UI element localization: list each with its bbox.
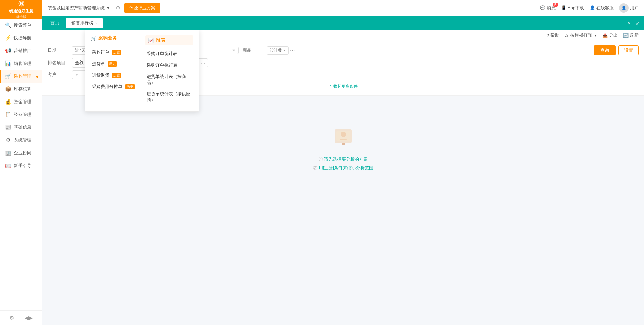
sidebar-item-label-guide: 新手引导 xyxy=(14,163,31,169)
export-label: 导出 xyxy=(609,32,618,38)
dropdown-item-report-0-label: 采购订单统计表 xyxy=(147,51,177,57)
help-icon: ? xyxy=(547,33,549,38)
query-btn[interactable]: 查询 xyxy=(594,45,616,55)
hist-badge-2: 历史 xyxy=(112,73,121,78)
sales-icon: 📊 xyxy=(5,60,11,67)
salesman-more[interactable]: ··· xyxy=(201,60,205,66)
operations-icon: 📋 xyxy=(5,112,11,118)
sidebar-collapse-btn[interactable]: ◀▶ xyxy=(25,315,33,321)
svg-rect-3 xyxy=(340,139,347,140)
sidebar-settings-btn[interactable]: ⚙ xyxy=(9,315,14,321)
toolbar-help[interactable]: ? 帮助 xyxy=(547,32,559,38)
empty-hint-2: ② 用[过滤]条件来缩小分析范围 xyxy=(313,165,373,171)
enterprise-icon: 🏢 xyxy=(5,150,11,156)
finance-icon: 💰 xyxy=(5,99,11,105)
dropdown-item-cost-label: 采购费用分摊单 xyxy=(92,84,122,90)
sidebar-item-basic-info[interactable]: 📰 基础信息 xyxy=(0,121,42,134)
sidebar-item-label-finance: 资金管理 xyxy=(14,99,31,105)
dropdown-item-report-3[interactable]: 进货单统计表（按供应商） xyxy=(145,88,193,106)
dropdown-item-return[interactable]: 进货退货 历史 xyxy=(91,70,139,81)
collapse-label: 收起更多条件 xyxy=(333,84,358,89)
dropdown-purchase-section: 🛒 采购业务 采购订单 历史 进货单 历史 进货退货 历史 xyxy=(91,35,139,106)
date-label: 日期 xyxy=(48,47,68,53)
tabbar: 首页 销售排行榜 × × ⤢ xyxy=(42,16,644,30)
collapse-icon: ⌃ xyxy=(329,84,332,89)
dropdown-item-report-0[interactable]: 采购订单统计表 xyxy=(145,48,193,59)
refresh-icon: 🔄 xyxy=(623,33,629,38)
toolbar-export[interactable]: 📤 导出 xyxy=(602,32,618,38)
tab-sales-rank-close[interactable]: × xyxy=(95,21,97,25)
customer-chevron: ▼ xyxy=(75,73,79,77)
purchase-section-icon: 🛒 xyxy=(91,36,96,41)
print-chevron[interactable]: ▼ xyxy=(594,34,597,37)
topbar-settings-icon[interactable]: ⚙ xyxy=(116,5,120,11)
active-indicator: ◀ xyxy=(35,75,38,78)
tab-sales-rank-label: 销售排行榜 xyxy=(71,20,93,26)
service-icon: 👤 xyxy=(589,5,595,10)
online-service-btn[interactable]: 👤 在线客服 xyxy=(589,5,614,11)
dropdown-item-report-2[interactable]: 进货单统计表（按商品） xyxy=(145,71,193,88)
logo-title: 畅通道好生意 xyxy=(9,8,33,14)
message-badge: 5 xyxy=(553,3,558,7)
tab-home-label: 首页 xyxy=(50,20,59,26)
goods-area: 设计费 × ··· xyxy=(267,46,295,55)
tab-close-all-icon[interactable]: × xyxy=(626,18,632,28)
dropdown-item-report-1[interactable]: 采购订单执行表 xyxy=(145,59,193,71)
tab-home[interactable]: 首页 xyxy=(45,18,65,28)
sidebar-item-sales[interactable]: 📊 销售管理 xyxy=(0,57,42,70)
industry-btn[interactable]: 体验行业方案 xyxy=(124,3,160,13)
tab-expand-icon[interactable]: ⤢ xyxy=(634,18,641,28)
empty-hint-1: ① 请先选择要分析的方案 xyxy=(319,156,368,162)
sidebar-item-label-search: 搜索菜单 xyxy=(14,22,31,28)
rank-label: 排名项目 xyxy=(48,60,68,66)
sidebar-item-enterprise[interactable]: 🏢 企业协同 xyxy=(0,147,42,159)
system-title-area: 装备及固定资产辅助管理系统 ▼ xyxy=(48,5,110,11)
goods-tag: 设计费 × xyxy=(267,46,288,55)
hist-badge-1: 历史 xyxy=(108,61,117,67)
message-btn[interactable]: 💬 消息 5 xyxy=(540,5,556,11)
settings-btn[interactable]: 设置 xyxy=(618,45,639,55)
svg-point-2 xyxy=(341,132,346,137)
sidebar-item-label-marketing: 营销推广 xyxy=(14,48,31,54)
topbar-actions: 💬 消息 5 📱 App下载 👤 在线客服 👤 用户 xyxy=(540,3,639,13)
sidebar-item-operations[interactable]: 📋 经营管理 xyxy=(0,108,42,121)
sidebar-item-quick-nav[interactable]: ⚡ 快捷导航 xyxy=(0,32,42,44)
app-download-btn[interactable]: 📱 App下载 xyxy=(561,5,584,11)
toolbar-print[interactable]: 🖨 按模板打印 ▼ xyxy=(565,32,597,38)
sidebar-item-system[interactable]: ⚙ 系统管理 xyxy=(0,134,42,147)
sidebar-item-marketing[interactable]: 📢 营销推广 xyxy=(0,44,42,57)
hist-badge-0: 历史 xyxy=(112,50,121,55)
sidebar-item-inventory[interactable]: 📦 库存核算 xyxy=(0,83,42,95)
online-service-label: 在线客服 xyxy=(596,5,614,11)
filter-actions: 查询 设置 xyxy=(594,45,639,55)
sidebar-item-label-sales: 销售管理 xyxy=(14,60,31,67)
tab-sales-rank[interactable]: 销售排行榜 × xyxy=(66,18,103,28)
dropdown-item-cost[interactable]: 采购费用分摊单 历史 xyxy=(91,81,139,92)
reports-section-label: 报表 xyxy=(156,37,165,43)
logo-icon: ⑥ xyxy=(18,0,25,8)
dropdown-item-report-3-label: 进货单统计表（按供应商） xyxy=(147,91,192,103)
refresh-label: 刷新 xyxy=(630,32,639,38)
status-chevron: ▼ xyxy=(232,48,236,52)
sidebar-item-finance[interactable]: 💰 资金管理 xyxy=(0,95,42,108)
goods-tag-close[interactable]: × xyxy=(283,48,285,52)
tabbar-right: × ⤢ xyxy=(626,18,641,28)
dropdown-purchase-title: 🛒 采购业务 xyxy=(91,35,139,43)
system-title-chevron[interactable]: ▼ xyxy=(106,5,110,10)
dropdown-item-purchase-order[interactable]: 采购订单 历史 xyxy=(91,47,139,58)
sidebar-item-search[interactable]: 🔍 搜索菜单 xyxy=(0,19,42,32)
logo: ⑥ 畅通道好生意 标准版 xyxy=(0,0,42,19)
goods-tag-label: 设计费 xyxy=(270,48,282,53)
sidebar-item-guide[interactable]: 📖 新手引导 xyxy=(0,159,42,172)
toolbar-refresh[interactable]: 🔄 刷新 xyxy=(623,32,639,38)
guide-icon: 📖 xyxy=(5,163,11,169)
purchase-section-label: 采购业务 xyxy=(98,35,117,41)
goods-more-btn[interactable]: ··· xyxy=(290,47,295,54)
customer-label: 客户 xyxy=(48,72,68,78)
user-btn[interactable]: 👤 用户 xyxy=(619,3,639,13)
dropdown-reports-title: 📈 报表 xyxy=(145,35,193,45)
dropdown-item-incoming[interactable]: 进货单 历史 xyxy=(91,58,139,70)
sidebar-item-purchase[interactable]: 🛒 采购管理 ◀ xyxy=(0,70,42,83)
content-area: 🛒 采购业务 采购订单 历史 进货单 历史 进货退货 历史 xyxy=(42,30,644,325)
empty-illustration xyxy=(330,123,357,150)
